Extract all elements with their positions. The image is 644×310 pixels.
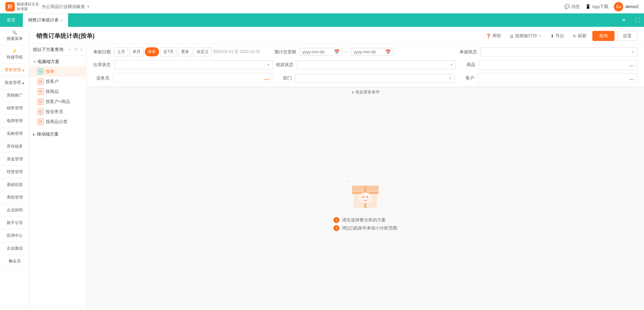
export-icon: ⬇ [550,34,554,39]
top-bar-right: 💬 消息 📱 App下载 Ea demo2 [565,2,639,11]
scheme-add-button[interactable]: ＋ [67,47,72,53]
refresh-button[interactable]: ↻ 刷新 [570,31,590,41]
sidebar-item-new-guide[interactable]: 新手引导 [0,217,29,229]
print-icon: 🖨 [509,34,514,39]
app-download-button[interactable]: 📱 App下载 [585,4,608,10]
scheme-group-mobile: ▶ 移动端方案 [30,128,86,140]
scheme-item-by-customer-product[interactable]: 按 按客户+商品 [30,97,86,107]
date-btn-7days[interactable]: 近7天 [160,47,177,56]
predicted-date-start-wrap[interactable]: 📅 [300,48,342,56]
settings-button[interactable]: 设置 [617,31,637,41]
print-button[interactable]: 🖨 按模板打印 ▼ [506,31,545,41]
date-btn-this-month[interactable]: 本月 [129,47,144,56]
user-name: demo2 [625,4,639,9]
sidebar-item-vip[interactable]: 畅会员 [0,255,29,268]
status-select[interactable] [480,47,637,56]
sidebar-item-quick-nav[interactable]: ⚡ 快捷导航 [0,45,29,64]
tab-close-icon[interactable]: × [61,18,63,22]
empty-illustration: ✦ ✦ ✦ [345,176,385,213]
predicted-date-label: 预计交货期 [274,49,296,55]
customer-label: 客户 [458,75,474,81]
scheme-edit-button[interactable]: ✎ [74,47,78,53]
sidebar-item-operations[interactable]: 经营管理 [0,166,29,178]
date-btn-custom[interactable]: 自定义 [194,47,212,56]
scheme-collapse-button[interactable]: « [80,47,83,53]
export-button[interactable]: ⬇ 导出 [547,31,567,41]
message-button[interactable]: 💬 消息 [565,4,580,10]
date-btn-this-year[interactable]: 本年 [145,47,159,56]
scheme-group-pc: ▼ 电脑端方案 按 按单 按 按客户 按 按商品 [30,56,86,128]
outbound-select-wrap: ▼ [114,60,273,69]
sidebar-item-marketing[interactable]: 营销推广 [0,89,29,102]
collapse-bar[interactable]: ∧ 收起更多条件 [87,87,644,97]
sidebar-item-ecommerce[interactable]: 电商管理 [0,115,29,127]
content-panel: 销售订单统计表(按单) ❓ 帮助 🖨 按模板打印 ▼ ⬇ 导出 ↻ 刷新 [30,27,644,310]
status-select-wrap: ▼ [480,47,637,56]
main-area: 🔍 搜索菜单 ⚡ 快捷导航 零售管理 ▲ 批发管理 ▲ 营销推广 销售管理 电商… [0,27,644,310]
sidebar-item-search[interactable]: 🔍 搜索菜单 [0,27,29,45]
sidebar-item-inventory[interactable]: 库存核算 [0,140,29,153]
message-icon: 💬 [565,4,570,9]
product-more-icon[interactable]: … [629,62,634,68]
predicted-date-end[interactable] [354,50,384,54]
workspace-chevron-icon: ▼ [87,5,90,8]
sidebar-item-wholesale[interactable]: 批发管理 ▲ [0,76,29,89]
sidebar-item-app-center[interactable]: 应用中心 [0,229,29,242]
empty-hints: 1 请先选择要分析的方案 2 用[过滤]条件来缩小分析范围 [333,217,397,231]
salesperson-input[interactable]: … [113,73,272,83]
date-range-display: 2023-01-01 至 2023-12-31 [213,49,260,55]
page-title: 销售订单统计表(按单) [36,32,95,40]
scheme-header-actions: ＋ ✎ « [67,47,83,53]
scheme-item-by-order[interactable]: 按 按单 [30,66,86,76]
query-button[interactable]: 查询 [592,31,614,41]
scheme-item-by-product-cat[interactable]: 按 按商品分类 [30,117,86,127]
sidebar-item-sales[interactable]: 销售管理 [0,102,29,115]
tab-maximize-button[interactable]: ⛶ [631,13,644,27]
scheme-item-icon-customer: 按 [38,79,44,85]
customer-more-icon[interactable]: … [629,75,634,81]
sidebar-item-finance[interactable]: 资金管理 [0,153,29,166]
scheme-item-by-product[interactable]: 按 按商品 [30,87,86,97]
sidebar-item-enterprise[interactable]: 企业协同 [0,204,29,217]
logo-icon: 好 [5,2,15,11]
department-select[interactable] [295,74,455,83]
workspace-title[interactable]: 办公用品行业模拟账套 ▼ [42,4,90,10]
customer-input[interactable]: … [478,73,637,83]
sidebar-item-purchase[interactable]: 采购管理 [0,127,29,140]
tab-home[interactable]: 首页 [0,13,22,27]
salesperson-more-icon[interactable]: … [264,75,269,81]
svg-text:✦: ✦ [377,182,380,185]
sidebar-item-retail[interactable]: 零售管理 ▲ [0,64,29,76]
tab-sales-order-stats[interactable]: 销售订单统计表 × [23,13,68,27]
payment-select[interactable] [297,60,455,69]
cal-end-icon: 📅 [385,49,391,54]
date-btn-more[interactable]: 更多 [178,47,192,56]
cal-start-icon: 📅 [334,49,339,54]
department-select-wrap: ▼ [295,74,455,83]
product-input[interactable]: … [479,60,637,70]
scheme-header: 按以下方案查询 ＋ ✎ « [30,44,86,56]
predicted-date-inputs: 📅 — 📅 [300,48,457,56]
scheme-item-icon-order: 按 [38,68,44,74]
user-profile[interactable]: Ea demo2 [614,2,639,11]
scheme-item-by-customer[interactable]: 按 按客户 [30,76,86,87]
sidebar-item-basic-info[interactable]: 基础信息 [0,178,29,191]
department-label: 部门 [276,75,292,81]
sidebar-item-system[interactable]: 系统管理 [0,191,29,204]
collapse-icon: ∧ [351,90,354,95]
scheme-item-by-salesperson[interactable]: 按 按业务员 [30,107,86,117]
scheme-item-icon-product: 按 [38,89,44,95]
scheme-item-icon-prodcat: 按 [38,119,44,125]
hint-num-1: 1 [333,217,339,223]
scheme-group-pc-header[interactable]: ▼ 电脑端方案 [30,57,86,66]
date-btn-last-month[interactable]: 上月 [114,47,128,56]
outbound-select[interactable] [114,60,273,69]
sidebar: 🔍 搜索菜单 ⚡ 快捷导航 零售管理 ▲ 批发管理 ▲ 营销推广 销售管理 电商… [0,27,30,310]
predicted-date-start[interactable] [303,50,333,54]
tab-close-window-button[interactable]: ✕ [617,13,631,27]
sidebar-item-wechat[interactable]: 企业微信 [0,242,29,255]
scheme-group-mobile-header[interactable]: ▶ 移动端方案 [30,130,86,139]
predicted-date-end-wrap[interactable]: 📅 [351,48,394,56]
hint-num-2: 2 [333,225,339,231]
help-button[interactable]: ❓ 帮助 [483,32,504,40]
